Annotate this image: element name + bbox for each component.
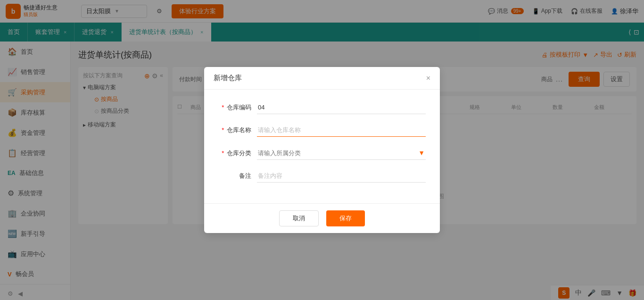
modal-title: 新增仓库 [214,74,426,83]
save-button[interactable]: 保存 [326,210,365,226]
category-select-wrap[interactable]: ▼ [257,146,426,160]
code-label: * 仓库编码 [218,103,251,112]
cancel-button[interactable]: 取消 [279,210,319,226]
code-input[interactable] [257,101,426,114]
form-row-category: * 仓库分类 ▼ [218,146,426,160]
new-warehouse-modal: 新增仓库 × * 仓库编码 * 仓库名称 [204,67,440,233]
form-row-name: * 仓库名称 [218,124,426,137]
modal-overlay[interactable]: 新增仓库 × * 仓库编码 * 仓库名称 [0,0,644,300]
category-dropdown-icon: ▼ [418,149,425,157]
remark-label: 备注 [218,172,251,180]
form-row-code: * 仓库编码 [218,101,426,114]
category-label: * 仓库分类 [218,149,251,158]
required-star-name: * [222,126,224,133]
required-star-category: * [222,150,224,157]
modal-close-button[interactable]: × [426,74,430,83]
name-label: * 仓库名称 [218,126,251,134]
name-input[interactable] [257,124,426,137]
modal-footer: 取消 保存 [204,203,440,233]
required-star-code: * [222,104,224,111]
modal-header: 新增仓库 × [204,67,440,90]
modal-body: * 仓库编码 * 仓库名称 * 仓库分类 [204,90,440,203]
form-row-remark: 备注 [218,169,426,183]
remark-input[interactable] [257,169,426,183]
category-input[interactable] [258,150,418,157]
